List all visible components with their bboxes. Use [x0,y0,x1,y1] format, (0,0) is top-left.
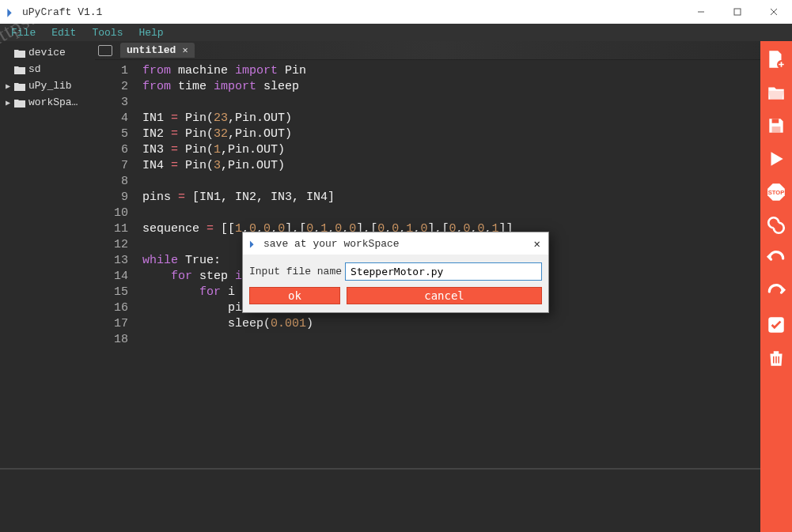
dialog-titlebar: save at your workSpace ✕ [243,232,548,255]
menu-help[interactable]: Help [132,25,169,40]
dialog-title: save at your workSpace [263,238,400,250]
tree-label: uPy_lib [28,80,72,92]
save-file-button[interactable] [764,114,788,138]
run-button[interactable] [764,147,788,171]
tab-bar: untitled ✕ [95,41,792,60]
svg-rect-5 [772,119,779,123]
right-toolbar: STOP [760,41,792,532]
tree-label: device [28,47,66,58]
console-panel[interactable] [0,468,792,532]
close-button[interactable] [756,0,792,24]
editor-tab[interactable]: untitled ✕ [120,43,195,58]
filename-input[interactable] [345,262,542,281]
filename-label: Input file name [249,266,342,277]
folder-icon [14,98,25,108]
svg-rect-6 [772,126,781,133]
save-dialog: save at your workSpace ✕ Input file name… [242,232,549,313]
redo-button[interactable] [764,280,788,304]
folder-icon [14,81,25,91]
clear-button[interactable] [764,346,788,370]
tree-item-upylib[interactable]: ▶ uPy_lib [0,77,95,94]
title-bar: uPyCraft V1.1 [0,0,792,24]
tree-item-sd[interactable]: sd [0,61,95,77]
dialog-close-button[interactable]: ✕ [531,237,544,251]
menu-bar: File Edit Tools Help [0,24,792,41]
open-file-button[interactable] [764,81,788,104]
tree-label: workSpa… [28,96,78,108]
menu-edit[interactable]: Edit [45,25,82,40]
folder-icon [14,48,25,58]
menu-file[interactable]: File [5,25,42,40]
svg-rect-1 [734,9,741,15]
maximize-button[interactable] [719,0,756,24]
window-title: uPyCraft V1.1 [22,6,102,18]
monitor-icon[interactable] [98,45,112,56]
app-icon [5,6,17,18]
tree-label: sd [28,63,41,75]
line-gutter: 123456789101112131415161718 [95,60,136,468]
ok-button[interactable]: ok [249,287,340,304]
menu-tools[interactable]: Tools [85,25,129,40]
dialog-app-icon [248,238,259,249]
tree-item-workspace[interactable]: ▶ workSpa… [0,94,95,111]
tree-item-device[interactable]: device [0,44,95,61]
tab-label: untitled [127,44,176,56]
folder-icon [14,65,25,74]
tab-close-icon[interactable]: ✕ [182,44,188,56]
file-tree: device sd ▶ uPy_lib ▶ workSpa… [0,41,95,468]
connect-button[interactable] [764,213,788,237]
syntax-check-button[interactable] [764,313,788,337]
undo-button[interactable] [764,247,788,270]
cancel-button[interactable]: cancel [347,287,542,304]
minimize-button[interactable] [683,0,719,24]
svg-text:STOP: STOP [768,189,785,196]
stop-button[interactable]: STOP [764,180,788,204]
new-file-button[interactable] [764,47,788,71]
